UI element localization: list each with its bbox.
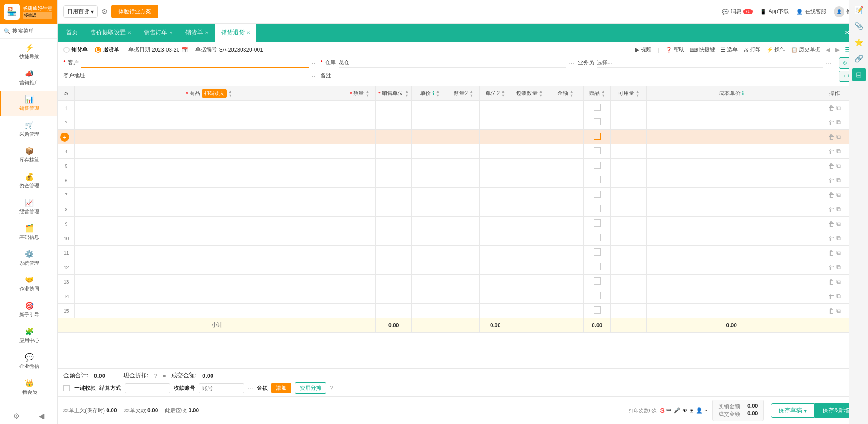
- sidebar-item-xiaoshou[interactable]: 📊 销售管理: [0, 91, 57, 116]
- sidebar-item-xitong[interactable]: ⚙️ 系统管理: [0, 245, 57, 271]
- qty2-sort-icon[interactable]: ▲▼: [469, 90, 473, 98]
- row2-gift[interactable]: [584, 115, 611, 130]
- sidebar-item-zijin[interactable]: 💰 资金管理: [0, 168, 57, 194]
- row9-copy-icon[interactable]: ⧉: [836, 220, 841, 228]
- row3-unit2[interactable]: [480, 130, 511, 144]
- calendar-icon[interactable]: 📅: [181, 47, 188, 53]
- row1-cost-price[interactable]: [647, 101, 816, 115]
- tab-sale-order-close[interactable]: ✕: [169, 30, 173, 35]
- tab-sale-order[interactable]: 销售订单 ✕: [137, 24, 179, 42]
- row3-product-input[interactable]: [76, 134, 342, 140]
- sale-unit-sort-icon[interactable]: ▲▼: [405, 90, 409, 98]
- toolbar-help[interactable]: ❓ 帮助: [665, 46, 684, 53]
- add-row-btn[interactable]: +: [60, 133, 69, 142]
- customer-dots-icon[interactable]: ···: [311, 59, 317, 67]
- row3-product[interactable]: [75, 130, 344, 144]
- remark-input[interactable]: [334, 71, 574, 81]
- history-prev-icon[interactable]: ◀: [826, 47, 830, 53]
- sidebar-item-xinshou[interactable]: 🎯 新手引导: [0, 297, 57, 323]
- status-icon-more[interactable]: ···: [704, 407, 709, 414]
- row1-copy-icon[interactable]: ⧉: [836, 104, 841, 112]
- row11-copy-icon[interactable]: ⧉: [836, 249, 841, 257]
- save-draft-btn[interactable]: 保存草稿 ▾: [771, 403, 815, 418]
- message-item[interactable]: 💬 消息 70: [722, 8, 753, 15]
- row3-delete-icon[interactable]: 🗑: [828, 133, 835, 141]
- address-input[interactable]: [88, 71, 309, 81]
- salesperson-dots-icon[interactable]: ···: [826, 59, 831, 67]
- sidebar-item-kucun[interactable]: 📦 库存核算: [0, 142, 57, 168]
- row2-price[interactable]: [412, 115, 448, 130]
- qty-sort-icon[interactable]: ▲▼: [365, 90, 369, 98]
- row2-unit2[interactable]: [480, 115, 511, 130]
- row9-delete-icon[interactable]: 🗑: [828, 220, 835, 228]
- salesperson-input[interactable]: [597, 57, 823, 68]
- scan-btn[interactable]: 扫码录入: [202, 89, 227, 98]
- tab-sale-price-close[interactable]: ✕: [127, 30, 131, 35]
- row10-delete-icon[interactable]: 🗑: [828, 235, 835, 242]
- row4-copy-icon[interactable]: ⧉: [836, 148, 841, 155]
- row3-gift[interactable]: [584, 130, 611, 144]
- history-next-icon[interactable]: ▶: [835, 47, 840, 53]
- sidebar-search[interactable]: 🔍 搜索菜单: [0, 24, 57, 39]
- one-click-payment-checkbox[interactable]: [63, 385, 70, 391]
- row2-delete-icon[interactable]: 🗑: [828, 119, 835, 126]
- row14-delete-icon[interactable]: 🗑: [828, 293, 835, 300]
- split-help-icon[interactable]: ?: [330, 385, 333, 391]
- sidebar-item-weixin[interactable]: 💬 企业微信: [0, 348, 57, 374]
- row3-cost-price[interactable]: [647, 130, 816, 144]
- payment-method-input[interactable]: [125, 383, 170, 393]
- table-container[interactable]: ⚙ * 商品 扫码录入 ▲▼: [58, 86, 868, 368]
- row1-amount[interactable]: [547, 101, 584, 115]
- row1-sale-unit[interactable]: [376, 101, 412, 115]
- tab-sale-return[interactable]: 销货退货 ✕: [215, 24, 256, 42]
- sidebar-item-huiyuan[interactable]: 👑 畅会员: [0, 374, 57, 400]
- cost-info-icon[interactable]: ℹ: [742, 91, 744, 97]
- row1-gift[interactable]: [584, 101, 611, 115]
- account-dots-icon[interactable]: ···: [248, 385, 253, 392]
- row2-sale-unit[interactable]: [376, 115, 412, 130]
- status-icon-mic[interactable]: 🎤: [674, 407, 680, 414]
- row1-product[interactable]: [75, 101, 344, 115]
- row8-delete-icon[interactable]: 🗑: [828, 206, 835, 213]
- row3-copy-icon[interactable]: ⧉: [836, 133, 841, 141]
- row13-delete-icon[interactable]: 🗑: [828, 278, 835, 286]
- price-sort-icon[interactable]: ▲▼: [436, 90, 440, 98]
- row4-delete-icon[interactable]: 🗑: [828, 148, 835, 155]
- toolbar-operate[interactable]: ⚡ 操作: [766, 46, 785, 53]
- row15-delete-icon[interactable]: 🗑: [828, 307, 835, 314]
- row1-price[interactable]: [412, 101, 448, 115]
- amount-sort-icon[interactable]: ▲▼: [570, 90, 574, 98]
- row1-available[interactable]: [611, 101, 647, 115]
- row1-unit2[interactable]: [480, 101, 511, 115]
- category-select[interactable]: 日用百货 ▾: [63, 5, 98, 18]
- row1-pack-qty[interactable]: [511, 101, 547, 115]
- row3-available[interactable]: [611, 130, 647, 144]
- row3-sale-unit[interactable]: [376, 130, 412, 144]
- row2-amount[interactable]: [547, 115, 584, 130]
- row13-copy-icon[interactable]: ⧉: [836, 278, 841, 286]
- radio-sale[interactable]: 销货单: [63, 46, 88, 53]
- right-panel-star-icon[interactable]: ⭐: [852, 42, 866, 49]
- row15-copy-icon[interactable]: ⧉: [836, 307, 841, 314]
- radio-return[interactable]: 退货单: [95, 46, 119, 53]
- row11-delete-icon[interactable]: 🗑: [828, 249, 835, 257]
- topbar-gear-icon[interactable]: ⚙: [101, 7, 108, 16]
- toolbar-history[interactable]: 📋 历史单据: [791, 46, 821, 53]
- sidebar-item-kuaijie[interactable]: ⚡ 快捷导航: [0, 39, 57, 65]
- row12-copy-icon[interactable]: ⧉: [836, 263, 841, 271]
- unit2-sort-icon[interactable]: ▲▼: [501, 90, 505, 98]
- account-input[interactable]: [199, 383, 244, 393]
- experience-btn[interactable]: 体验行业方案: [111, 5, 158, 18]
- split-btn[interactable]: 费用分摊: [295, 382, 326, 394]
- row3-qty[interactable]: [344, 130, 376, 144]
- row7-copy-icon[interactable]: ⧉: [836, 191, 841, 199]
- row2-pack-qty[interactable]: [511, 115, 547, 130]
- sidebar-item-caigou[interactable]: 🛒 采购管理: [0, 116, 57, 142]
- sidebar-item-jingying[interactable]: 📈 经营管理: [0, 194, 57, 219]
- row3-pack-qty[interactable]: [511, 130, 547, 144]
- address-dots-icon[interactable]: ···: [311, 72, 317, 80]
- row7-delete-icon[interactable]: 🗑: [828, 191, 835, 199]
- row14-copy-icon[interactable]: ⧉: [836, 292, 841, 300]
- help-icon-calc[interactable]: ?: [154, 372, 157, 379]
- row6-copy-icon[interactable]: ⧉: [836, 176, 841, 184]
